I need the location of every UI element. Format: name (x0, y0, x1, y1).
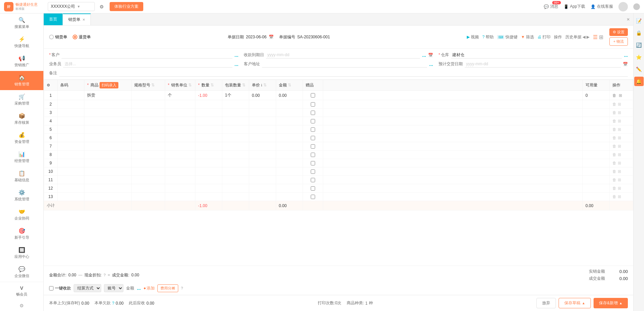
th-unit-sort[interactable]: ⇅ (188, 83, 192, 87)
draft-chevron[interactable]: ▲ (582, 301, 585, 305)
row-amount-8[interactable] (276, 151, 303, 159)
row-amount-7[interactable] (276, 142, 303, 151)
row-price-11[interactable] (249, 176, 276, 184)
row-spec-13[interactable] (131, 193, 165, 201)
gift-checkbox-3[interactable] (311, 111, 315, 115)
gift-checkbox-4[interactable] (311, 119, 315, 123)
row-price-4[interactable] (249, 117, 276, 125)
right-panel-refresh-icon[interactable]: 🔄 (634, 40, 644, 50)
gift-checkbox-12[interactable] (311, 186, 315, 191)
history-nav-prev[interactable]: ◀ (582, 35, 585, 39)
row-spec-7[interactable] (131, 142, 165, 151)
due-date-input[interactable] (266, 51, 420, 59)
row-spec-8[interactable] (131, 151, 165, 159)
radio-sales-order[interactable]: 销货单 (49, 34, 67, 40)
view-grid-icon[interactable]: ⊞ (599, 34, 603, 40)
remarks-input[interactable] (59, 70, 628, 77)
video-action[interactable]: ▶ 视频 (467, 34, 479, 40)
row-price-3[interactable] (249, 109, 276, 117)
row-unit-5[interactable] (165, 125, 195, 134)
row-price-6[interactable] (249, 134, 276, 142)
gift-checkbox-10[interactable] (311, 169, 315, 174)
sidebar-item-system[interactable]: ⚙️ 系统管理 (0, 186, 43, 205)
payment-ellipsis[interactable]: ... (137, 285, 141, 291)
row-unit-2[interactable] (165, 100, 195, 109)
gift-checkbox-5[interactable] (311, 127, 315, 132)
row-barcode-12[interactable] (58, 184, 84, 193)
row-unit-7[interactable] (165, 142, 195, 151)
sidebar-item-enterprise[interactable]: 🤝 企业协同 (0, 205, 43, 224)
row-price-2[interactable] (249, 100, 276, 109)
filter-action[interactable]: ▼ 筛选 (521, 34, 534, 40)
gift-checkbox-8[interactable] (311, 153, 315, 157)
sidebar-item-operation[interactable]: 📊 经营管理 (0, 148, 43, 167)
row-product-13[interactable] (84, 193, 131, 201)
row-spec-3[interactable] (131, 109, 165, 117)
row-unit-4[interactable] (165, 117, 195, 125)
barcode-input-1[interactable] (60, 93, 81, 98)
row-unit-12[interactable] (165, 184, 195, 193)
row-qty-7[interactable] (195, 142, 222, 151)
delete-icon-8[interactable]: 🗑 (612, 152, 616, 157)
close-all-icon[interactable]: ✕ (627, 17, 630, 22)
row-product-9[interactable] (84, 159, 131, 167)
row-qty-4[interactable] (195, 117, 222, 125)
delete-icon-13[interactable]: 🗑 (612, 194, 616, 199)
history-nav-next[interactable]: ▶ (586, 35, 590, 39)
th-pkgqty-sort[interactable]: ⇅ (242, 83, 245, 87)
row-barcode-4[interactable] (58, 117, 84, 125)
row-product-6[interactable] (84, 134, 131, 142)
row-qty-13[interactable] (195, 193, 222, 201)
row-amount-13[interactable] (276, 193, 303, 201)
row-product-12[interactable] (84, 184, 131, 193)
right-panel-bell-icon[interactable]: 🔔 (634, 77, 644, 86)
gift-checkbox-7[interactable] (311, 144, 315, 149)
row-unit-8[interactable] (165, 151, 195, 159)
delete-icon-11[interactable]: 🗑 (612, 178, 616, 182)
row-price-10[interactable] (249, 167, 276, 176)
row-qty-5[interactable] (195, 125, 222, 134)
delete-icon-4[interactable]: 🗑 (612, 119, 616, 123)
row-product-11[interactable] (84, 176, 131, 184)
delivery-date-calendar-icon[interactable]: 📅 (623, 62, 628, 67)
delete-icon-3[interactable]: 🗑 (612, 110, 616, 115)
row-product-5[interactable] (84, 125, 131, 134)
customer-address-input[interactable] (262, 61, 427, 68)
row-barcode-1[interactable] (58, 91, 84, 100)
copy-icon-3[interactable]: ⊞ (618, 110, 621, 115)
avatar[interactable] (618, 2, 628, 11)
sidebar-item-basic[interactable]: 📋 基础信息 (0, 167, 43, 186)
scan-button[interactable]: 扫码录入 (100, 82, 118, 88)
row-amount-12[interactable] (276, 184, 303, 193)
operation-action[interactable]: 操作 (554, 34, 562, 40)
row-product-8[interactable] (84, 151, 131, 159)
delete-icon-9[interactable]: 🗑 (612, 161, 616, 165)
th-settings[interactable]: ⚙ (44, 80, 58, 91)
row-amount-3[interactable] (276, 109, 303, 117)
row-spec-5[interactable] (131, 125, 165, 134)
copy-icon-12[interactable]: ⊞ (618, 186, 621, 191)
customer-input[interactable] (62, 51, 233, 59)
settings-button[interactable]: ⚙ 设置 (609, 28, 628, 36)
save-new-chevron[interactable]: ▲ (619, 301, 622, 305)
customer-ellipsis[interactable]: ... (234, 52, 238, 58)
gift-checkbox-1[interactable] (311, 93, 315, 98)
history-action[interactable]: 历史单据 ◀ ▶ (565, 34, 590, 40)
gift-checkbox-11[interactable] (311, 178, 315, 182)
copy-icon-4[interactable]: ⊞ (618, 119, 621, 123)
row-spec-10[interactable] (131, 167, 165, 176)
copy-icon-5[interactable]: ⊞ (618, 127, 621, 132)
gift-checkbox-9[interactable] (311, 161, 315, 165)
row-price-9[interactable] (249, 159, 276, 167)
row-barcode-6[interactable] (58, 134, 84, 142)
row-spec-11[interactable] (131, 176, 165, 184)
row-barcode-5[interactable] (58, 125, 84, 134)
sidebar-item-finance[interactable]: 💰 资金管理 (0, 128, 43, 148)
row-qty-2[interactable] (195, 100, 222, 109)
copy-icon-7[interactable]: ⊞ (618, 144, 621, 149)
delete-icon-1[interactable]: 🗑 (612, 93, 616, 98)
delete-icon-10[interactable]: 🗑 (612, 169, 616, 174)
row-amount-5[interactable] (276, 125, 303, 134)
message-button[interactable]: 💬 消息 99+ (544, 4, 558, 9)
sidebar-item-search[interactable]: 🔍 搜索菜单 (0, 13, 43, 33)
